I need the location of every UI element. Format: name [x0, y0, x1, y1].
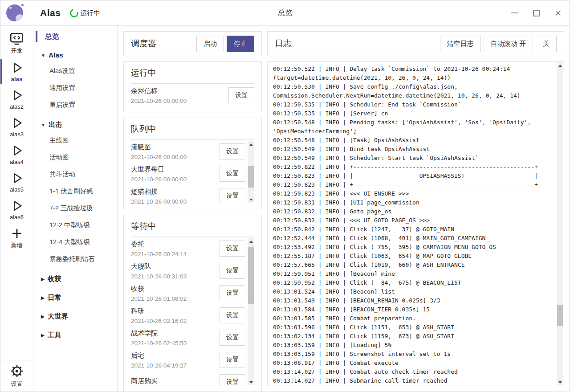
task-setting-button[interactable]: 设置 — [220, 188, 245, 204]
menu-sub-item[interactable]: 共斗活动 — [33, 166, 117, 183]
stop-button[interactable]: 停止 — [227, 36, 254, 52]
log-line: 00:12:50.530 | INFO | Save config ./conf… — [273, 82, 554, 100]
log-lines: 00:12:50.522 | INFO | Delay task `Commis… — [273, 65, 554, 385]
task-time: 2021-10-26 00:00:00 — [131, 198, 220, 204]
scheduler-title: 调度器 — [131, 38, 196, 49]
menu-sub-item[interactable]: 重启设置 — [33, 96, 117, 113]
log-line: 00:12:50.822 | INFO | +-----------------… — [273, 163, 554, 172]
play-icon — [10, 143, 24, 158]
chevron-right-icon: ▶ — [41, 333, 45, 338]
task-name: 短猫相接 — [131, 188, 220, 196]
menu-sub-item[interactable]: 12-4 大型练级 — [33, 233, 117, 250]
app-window: Alas 运行中 总览 × 开发alasalas2alas3alas4alas5… — [0, 0, 570, 392]
menu-group-label: 大世界 — [48, 312, 69, 321]
task-row: 余烬信标2021-10-26 00:00:00设置 — [131, 84, 254, 106]
task-info: 后宅2021-10-26 04:19:27 — [131, 351, 220, 369]
menu-group-header[interactable]: ▶收获 — [33, 272, 117, 286]
scroll-down-icon[interactable] — [248, 379, 254, 385]
rail-item-新增[interactable]: 新增 — [0, 223, 33, 252]
task-info: 短猫相接2021-10-26 00:00:00 — [131, 188, 220, 204]
rail-item-label: 新增 — [11, 241, 23, 249]
rail-item-alas[interactable]: alas — [0, 57, 33, 85]
menu-group-header[interactable]: ▼出击 — [33, 118, 117, 132]
menu-sub-item[interactable]: 主线图 — [33, 132, 117, 149]
alas-logo-icon — [6, 3, 25, 23]
app-name: Alas — [40, 8, 61, 18]
menu-sub-item[interactable]: 通用设置 — [33, 79, 117, 96]
scrollbar-thumb[interactable] — [248, 247, 254, 304]
task-setting-button[interactable]: 设置 — [220, 143, 245, 159]
task-row: 短猫相接2021-10-26 00:00:00设置 — [131, 185, 245, 204]
menu-group-header[interactable]: ▶工具 — [33, 328, 117, 342]
task-setting-button[interactable]: 设置 — [220, 241, 245, 257]
rail-item-alas4[interactable]: alas4 — [0, 140, 33, 168]
waiting-scrollbar[interactable] — [248, 238, 254, 385]
scheduler-panel: 调度器 启动 停止 — [123, 31, 262, 56]
close-icon[interactable]: × — [554, 8, 562, 17]
scroll-up-icon[interactable] — [248, 141, 254, 147]
rail-item-开发[interactable]: 开发 — [0, 29, 33, 57]
rail-item-label: 开发 — [11, 47, 23, 55]
task-row: 商店购买设置 — [131, 371, 245, 386]
menu-sub-item[interactable]: 活动图 — [33, 149, 117, 166]
play-icon — [10, 171, 24, 185]
task-setting-button[interactable]: 设置 — [220, 166, 245, 182]
menu-item-overview[interactable]: 总览 — [33, 29, 117, 44]
scroll-down-icon[interactable] — [248, 196, 254, 203]
menu-group-label: 出击 — [49, 120, 62, 130]
log-line: 00:12:57.665 | INFO | Click (1019, 660) … — [273, 261, 554, 270]
menu-sub-item[interactable]: 12-2 中型练级 — [33, 216, 117, 233]
scrollbar-thumb[interactable] — [557, 305, 563, 326]
scroll-down-icon[interactable] — [557, 379, 563, 385]
task-setting-button[interactable]: 设置 — [220, 374, 245, 386]
task-time: 2021-10-26 00:00:00 — [131, 98, 228, 104]
rail-item-alas6[interactable]: alas6 — [0, 196, 33, 223]
task-name: 潜艇图 — [131, 143, 220, 151]
autoscroll-off-button[interactable]: 关 — [536, 36, 557, 52]
pending-scrollbar[interactable] — [248, 141, 254, 203]
menu-group-label: Alas — [49, 51, 63, 59]
menu-sub-item[interactable]: 紧急委托刷钻石 — [33, 250, 117, 267]
log-line: 00:12:50.831 | INFO | [UI] page_commissi… — [273, 198, 554, 207]
running-title: 运行中 — [131, 67, 254, 84]
chevron-right-icon: ▶ — [41, 295, 45, 300]
autoscroll-on-button[interactable]: 自动滚动 开 — [484, 36, 533, 52]
scrollbar-thumb[interactable] — [248, 166, 254, 188]
task-setting-button[interactable]: 设置 — [220, 352, 245, 368]
nav-menu: 总览 ▼AlasAlas设置通用设置重启设置▼出击主线图活动图共斗活动1-1 伏… — [33, 26, 118, 392]
menu-sub-item[interactable]: 7-2 三战捡垃圾 — [33, 200, 117, 216]
task-time: 2021-10-26 01:08:02 — [131, 295, 220, 302]
menu-group-header[interactable]: ▶日常 — [33, 290, 117, 305]
menu-group-header[interactable]: ▼Alas — [33, 48, 117, 62]
task-setting-button[interactable]: 设置 — [228, 87, 254, 103]
menu-group-header[interactable]: ▶大世界 — [33, 309, 117, 323]
task-row: 委托2021-10-26 00:24:14设置 — [131, 237, 245, 260]
minimize-icon[interactable] — [510, 8, 519, 17]
rail-item-alas2[interactable]: alas2 — [0, 85, 33, 113]
clear-log-button[interactable]: 清空日志 — [440, 36, 481, 52]
task-row: 大世界每日2021-10-26 00:00:00设置 — [131, 163, 245, 185]
task-setting-button[interactable]: 设置 — [220, 285, 245, 301]
rail-item-alas3[interactable]: alas3 — [0, 113, 33, 140]
menu-sub-item[interactable]: Alas设置 — [33, 62, 117, 79]
task-setting-button[interactable]: 设置 — [220, 263, 245, 279]
menu-sub-item[interactable]: 1-1 伏击刷好感 — [33, 183, 117, 200]
maximize-icon[interactable] — [532, 8, 541, 17]
rail-item-settings[interactable]: 设置 — [3, 360, 31, 392]
task-setting-button[interactable]: 设置 — [220, 330, 245, 346]
log-scrollbar[interactable] — [557, 62, 563, 385]
log-line: 00:13:01.549 | INFO | [BEACON_REMAIN 0.0… — [273, 296, 554, 305]
menu-group-label: 收获 — [48, 274, 61, 284]
start-button[interactable]: 启动 — [196, 36, 224, 52]
task-info: 大舰队2021-10-26 00:31:03 — [131, 262, 220, 280]
rail-item-alas5[interactable]: alas5 — [0, 168, 33, 196]
task-setting-button[interactable]: 设置 — [220, 307, 245, 323]
task-time: 2021-10-26 02:45:50 — [131, 340, 220, 347]
scroll-up-icon[interactable] — [248, 238, 254, 245]
menu-group-label: 工具 — [48, 331, 61, 340]
log-line: 00:13:01.596 | INFO | Click (1151, 653) … — [273, 323, 554, 332]
rail-item-label: alas5 — [10, 186, 24, 193]
scroll-up-icon[interactable] — [557, 62, 563, 69]
window-controls: × — [510, 0, 562, 25]
log-output[interactable]: 00:12:50.522 | INFO | Delay task `Commis… — [267, 61, 564, 386]
